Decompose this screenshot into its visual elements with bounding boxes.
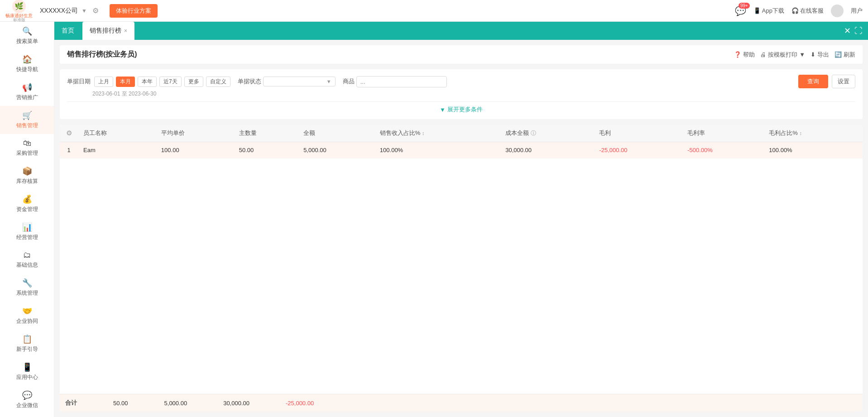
query-button[interactable]: 查询 — [798, 75, 828, 88]
footer-main-qty-value: 50.00 — [113, 400, 128, 407]
date-filter: 单据日期 上月 本月 本年 近7天 更多 自定义 — [67, 77, 230, 87]
td-amount: 5,000.00 — [298, 142, 374, 158]
th-settings: ⚙ — [60, 125, 78, 142]
footer-amount-value: 5,000.00 — [164, 400, 187, 407]
close-window-icon[interactable]: ✕ — [844, 26, 851, 36]
date-btn-current-year[interactable]: 本年 — [138, 77, 157, 87]
td-rank: 1 — [60, 142, 78, 158]
goods-input[interactable] — [356, 76, 447, 87]
date-btn-last-month[interactable]: 上月 — [94, 77, 113, 87]
profit-sort-icon[interactable]: ↕ — [800, 130, 802, 136]
th-profit: 毛利 — [594, 125, 682, 142]
date-btn-7-days[interactable]: 近7天 — [159, 77, 182, 87]
print-button[interactable]: 🖨 按模板打印 ▼ — [760, 51, 805, 59]
wechat-icon: 💬 — [22, 390, 32, 400]
page-content: 销售排行榜(按业务员) ❓ 帮助 🖨 按模板打印 ▼ ⬇ — [54, 40, 868, 417]
online-service-button[interactable]: 🎧 在线客服 — [791, 7, 824, 15]
sidebar-item-sales[interactable]: 🛒 销售管理 — [0, 106, 54, 134]
headset-icon: 🎧 — [791, 7, 799, 14]
setting-button[interactable]: 设置 — [832, 75, 855, 88]
sidebar-item-system[interactable]: 🔧 系统管理 — [0, 273, 54, 302]
th-main-qty: 主数量 — [234, 125, 298, 142]
th-avg-price: 平均单价 — [156, 125, 234, 142]
logo-area: 🌿 畅康通好生意 标准版 — [5, 0, 33, 22]
table-container[interactable]: ⚙ 员工名称 平均单价 主数量 全额 销售收入占比% ↕ — [60, 125, 863, 394]
export-button[interactable]: ⬇ 导出 — [810, 51, 829, 59]
sidebar-item-quick-nav[interactable]: 🏠 快捷导航 — [0, 50, 54, 78]
expand-btn-area: ▼ 展开更多条件 — [67, 105, 855, 114]
basic-icon: 🗂 — [23, 250, 31, 260]
column-settings-icon[interactable]: ⚙ — [66, 129, 72, 137]
print-icon: 🖨 — [760, 51, 766, 58]
company-dropdown-icon[interactable]: ▼ — [82, 8, 87, 14]
tab-sales-ranking[interactable]: 销售排行榜 × — [82, 22, 134, 40]
company-name[interactable]: XXXXXX公司 — [40, 7, 78, 15]
try-industry-button[interactable]: 体验行业方案 — [110, 4, 158, 18]
footer-profit-value: -25,000.00 — [286, 400, 314, 407]
sidebar-item-marketing[interactable]: 📢 营销推广 — [0, 78, 54, 106]
table-row: 1 Eam 100.00 50.00 5,000.00 100.00% 30,0… — [60, 142, 863, 158]
sidebar-item-label: 应用中心 — [16, 374, 38, 381]
apps-icon: 📱 — [22, 362, 32, 372]
sidebar-item-basic[interactable]: 🗂 基础信息 — [0, 246, 54, 273]
table-footer: 合计 50.00 5,000.00 30,000.00 -25,000.00 — [60, 394, 863, 412]
table-area: ⚙ 员工名称 平均单价 主数量 全额 销售收入占比% ↕ — [60, 125, 863, 412]
page-header: 销售排行榜(按业务员) ❓ 帮助 🖨 按模板打印 ▼ ⬇ — [60, 45, 863, 64]
sidebar-item-finance[interactable]: 💰 资金管理 — [0, 190, 54, 218]
message-icon[interactable]: 💬 99+ — [735, 5, 746, 16]
sidebar-item-label: 快捷导航 — [16, 66, 38, 73]
date-btn-more[interactable]: 更多 — [184, 77, 203, 87]
date-shortcuts: 上月 本月 本年 近7天 更多 自定义 — [94, 77, 230, 87]
sidebar-item-guide[interactable]: 📋 新手引导 — [0, 330, 54, 358]
tab-home[interactable]: 首页 — [54, 22, 82, 40]
sales-icon: 🛒 — [22, 110, 32, 120]
home-icon: 🏠 — [22, 54, 32, 64]
td-main-qty: 50.00 — [234, 142, 298, 158]
expand-more-button[interactable]: ▼ 展开更多条件 — [67, 105, 855, 114]
sidebar-item-search[interactable]: 🔍 搜索菜单 — [0, 22, 54, 50]
app-download-button[interactable]: 📱 App下载 — [753, 7, 784, 15]
sidebar-item-member[interactable]: 👑 畅会员 — [0, 414, 54, 417]
help-icon: ❓ — [734, 51, 741, 58]
table-body: 1 Eam 100.00 50.00 5,000.00 100.00% 30,0… — [60, 142, 863, 158]
tab-close-icon[interactable]: × — [124, 28, 127, 34]
sidebar-item-label: 资金管理 — [16, 206, 38, 213]
sidebar-item-operations[interactable]: 📊 经营管理 — [0, 218, 54, 246]
th-employee-name: 员工名称 — [78, 125, 156, 142]
footer-main-qty: 50.00 — [113, 400, 128, 407]
goods-label: 商品 — [343, 77, 355, 86]
date-btn-current-month[interactable]: 本月 — [116, 77, 135, 87]
goods-filter: 商品 — [343, 76, 447, 87]
filter-right-actions: 查询 设置 — [798, 75, 855, 88]
settings-icon[interactable]: ⚙ — [92, 6, 99, 15]
user-name[interactable]: 用户 — [851, 7, 863, 15]
page-header-actions: ❓ 帮助 🖨 按模板打印 ▼ ⬇ 导出 🔄 — [734, 51, 855, 59]
export-icon: ⬇ — [810, 51, 815, 58]
sidebar-item-inventory[interactable]: 📦 库存核算 — [0, 162, 54, 190]
td-profit-rate: -500.00% — [682, 142, 763, 158]
sidebar-item-label: 搜索菜单 — [16, 38, 38, 45]
purchase-icon: 🛍 — [23, 139, 31, 148]
sidebar-item-wechat[interactable]: 💬 企业微信 — [0, 386, 54, 414]
status-label: 单据状态 — [238, 77, 261, 86]
sidebar: 🔍 搜索菜单 🏠 快捷导航 📢 营销推广 🛒 销售管理 🛍 采购管理 📦 — [0, 22, 54, 417]
status-filter: 单据状态 ▼ — [238, 77, 336, 86]
enterprise-icon: 🤝 — [22, 306, 32, 316]
help-button[interactable]: ❓ 帮助 — [734, 51, 755, 59]
sidebar-item-enterprise[interactable]: 🤝 企业协同 — [0, 302, 54, 330]
avatar[interactable] — [831, 5, 844, 17]
sidebar-item-apps[interactable]: 📱 应用中心 — [0, 358, 54, 386]
maximize-icon[interactable]: ⛶ — [854, 26, 863, 36]
cost-info-icon[interactable]: ⓘ — [531, 130, 536, 136]
sidebar-item-purchase[interactable]: 🛍 采购管理 — [0, 134, 54, 162]
status-select[interactable]: ▼ — [263, 77, 336, 86]
tab-right-controls: ✕ ⛶ — [844, 26, 868, 36]
sort-icon[interactable]: ↕ — [422, 130, 425, 136]
date-btn-custom[interactable]: 自定义 — [206, 77, 230, 87]
th-profit-pct: 毛利占比% ↕ — [763, 125, 863, 142]
system-icon: 🔧 — [22, 278, 32, 288]
print-dropdown-icon[interactable]: ▼ — [799, 51, 805, 58]
topbar-right: 💬 99+ 📱 App下载 🎧 在线客服 用户 — [735, 5, 863, 17]
refresh-button[interactable]: 🔄 刷新 — [834, 51, 855, 59]
filter-row-1: 单据日期 上月 本月 本年 近7天 更多 自定义 — [67, 75, 855, 88]
